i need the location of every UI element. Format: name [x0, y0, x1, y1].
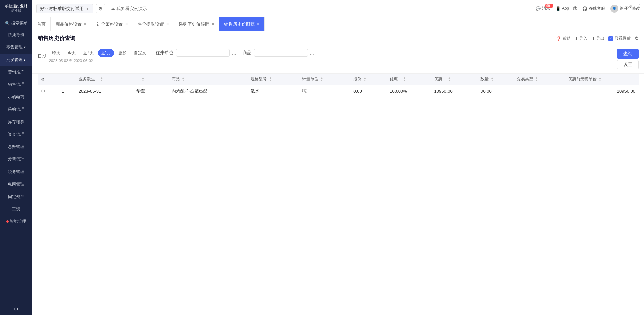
- app-name-line2: 标准版: [11, 9, 21, 13]
- export-icon: ⬆: [592, 36, 595, 41]
- version-selector[interactable]: 好业财标准版交付试用 ▼: [36, 4, 93, 13]
- import-label: 导入: [579, 36, 587, 41]
- export-label: 导出: [596, 36, 604, 41]
- app-download-button[interactable]: 📱 App下载: [556, 6, 577, 11]
- row-gear-icon[interactable]: ⚙: [41, 88, 45, 94]
- row-quote-cell: 0.00: [350, 85, 386, 97]
- sidebar-item-accounting[interactable]: 总账管理: [0, 141, 32, 153]
- tab-sale-history[interactable]: 销售历史价跟踪 ✕: [219, 18, 265, 31]
- col-gear[interactable]: ⚙: [38, 74, 58, 85]
- tab-sale-history-close[interactable]: ✕: [257, 22, 260, 26]
- sidebar-item-inventory[interactable]: 库存核算: [0, 116, 32, 128]
- sidebar-search-label: 搜索菜单: [11, 20, 28, 26]
- maximize-window-button[interactable]: ⛶: [635, 3, 640, 9]
- only-last-checkbox-label[interactable]: ✓ 只看最后一次: [608, 36, 639, 41]
- row-unit-cell: 吨: [299, 85, 350, 97]
- tab-product-price[interactable]: 商品价格设置 ✕: [51, 18, 92, 31]
- sidebar-item-ecommerce-small[interactable]: 小畅电商: [0, 91, 32, 103]
- table-row[interactable]: ⚙ 1 2023-05-31 华查... 丙烯酸-2-乙基己酯 散水 吨 0.0…: [38, 85, 639, 97]
- import-button[interactable]: ⬇ 导入: [575, 36, 587, 41]
- sidebar-item-invoice[interactable]: 发票管理: [0, 153, 32, 166]
- col-tx-type[interactable]: 交易类型 ▲ ▼: [513, 74, 565, 85]
- col-spec[interactable]: 规格型号 ▲ ▼: [247, 74, 299, 85]
- row-biz-date-cell: 2023-05-31: [75, 85, 133, 97]
- date-options: 昨天 今天 近7天 近1月 更多 自定义: [49, 49, 149, 57]
- page-container: 销售历史价查询 ❓ 帮助 ⬇ 导入 ⬆ 导出 ✓: [32, 31, 644, 315]
- app-logo: 畅捷通好业财 标准版: [0, 0, 32, 18]
- tab-purchase-strategy[interactable]: 进价策略设置 ✕: [92, 18, 133, 31]
- tab-sale-extract-label: 售价提取设置: [138, 21, 164, 27]
- sidebar-item-sales[interactable]: 销售管理: [0, 78, 32, 91]
- date-last1m-btn[interactable]: 近1月: [98, 49, 114, 57]
- window-controls: ✕ ⛶: [624, 0, 644, 12]
- tab-sale-extract-close[interactable]: ✕: [166, 22, 169, 26]
- product-input-group: ...: [254, 49, 314, 57]
- product-input[interactable]: [254, 49, 308, 57]
- tab-sale-extract[interactable]: 售价提取设置 ✕: [133, 18, 174, 31]
- sidebar-search[interactable]: 🔍 搜索菜单: [0, 18, 32, 29]
- sidebar-item-finance[interactable]: 资金管理: [0, 128, 32, 141]
- col-unit[interactable]: 计量单位 ▲ ▼: [299, 74, 350, 85]
- source-unit-input-group: ...: [176, 49, 236, 57]
- setting-button[interactable]: 设置: [617, 60, 639, 69]
- col-qty[interactable]: 数量 ▲ ▼: [477, 74, 513, 85]
- row-discount2-cell: 10950.00: [431, 85, 477, 97]
- message-badge: 99+: [545, 4, 553, 8]
- tab-purchase-history-close[interactable]: ✕: [211, 22, 214, 26]
- help-button[interactable]: ❓ 帮助: [556, 36, 571, 41]
- message-button[interactable]: 💬 消息 99+: [536, 6, 550, 11]
- row-gear-cell[interactable]: ⚙: [38, 85, 58, 97]
- sidebar-item-smart[interactable]: 智能管理: [0, 215, 32, 228]
- col-discount2[interactable]: 优惠... ▲ ▼: [431, 74, 477, 85]
- sidebar-item-assets[interactable]: 固定资产: [0, 190, 32, 203]
- tab-purchase-strategy-close[interactable]: ✕: [125, 22, 128, 26]
- col-product[interactable]: 商品 ▲ ▼: [168, 74, 247, 85]
- filter-actions: 查询 设置: [617, 49, 639, 69]
- col-seq: [58, 74, 75, 85]
- sidebar-item-marketing[interactable]: 营销推广: [0, 66, 32, 78]
- sidebar-item-quick-nav[interactable]: 快捷导航: [0, 29, 32, 41]
- sidebar-item-payroll[interactable]: 工资: [0, 203, 32, 215]
- col-extra[interactable]: ... ▲ ▼: [133, 74, 168, 85]
- row-discount1-cell: 100.00%: [386, 85, 431, 97]
- date-today-btn[interactable]: 今天: [65, 49, 79, 57]
- table-header-row: ⚙ 业务发生... ▲ ▼ ...: [38, 74, 639, 85]
- topbar-gear-button[interactable]: ⚙: [96, 4, 105, 13]
- source-unit-input[interactable]: [176, 49, 230, 57]
- close-window-button[interactable]: ✕: [629, 3, 633, 9]
- app-download-label: App下载: [562, 6, 577, 11]
- sidebar-item-wholesale[interactable]: 批发管理 ▲: [0, 54, 32, 66]
- query-button[interactable]: 查询: [617, 49, 639, 59]
- sidebar-item-ecommerce[interactable]: 电商管理: [0, 178, 32, 190]
- col-biz-date[interactable]: 业务发生... ▲ ▼: [75, 74, 133, 85]
- smart-dot: [6, 220, 9, 223]
- sidebar-item-retail[interactable]: 零售管理 ▼: [0, 41, 32, 54]
- service-button[interactable]: 🎧 在线客服: [582, 6, 605, 11]
- service-icon: 🎧: [582, 6, 587, 11]
- demo-link[interactable]: ☁ 我要看实例演示: [111, 6, 147, 12]
- date-last7-btn[interactable]: 近7天: [80, 49, 97, 57]
- export-button[interactable]: ⬆ 导出: [592, 36, 604, 41]
- col-quote[interactable]: 报价 ▲ ▼: [350, 74, 386, 85]
- source-unit-dots-btn[interactable]: ...: [232, 50, 236, 56]
- date-more-btn[interactable]: 更多: [115, 49, 130, 57]
- product-dots-btn[interactable]: ...: [310, 50, 314, 56]
- sidebar-item-purchase[interactable]: 采购管理: [0, 103, 32, 116]
- sidebar-settings-button[interactable]: ⚙: [0, 303, 32, 315]
- tab-purchase-history[interactable]: 采购历史价跟踪 ✕: [174, 18, 219, 31]
- page-header: 销售历史价查询 ❓ 帮助 ⬇ 导入 ⬆ 导出 ✓: [32, 31, 644, 45]
- tab-product-price-close[interactable]: ✕: [84, 22, 87, 26]
- tab-home-label: 首页: [37, 21, 46, 27]
- sidebar-item-tax[interactable]: 税务管理: [0, 166, 32, 178]
- col-discount1[interactable]: 优惠... ▲ ▼: [386, 74, 431, 85]
- only-last-checkbox[interactable]: ✓: [608, 36, 613, 41]
- col-pretax-price[interactable]: 优惠前无税单价 ▲ ▼: [565, 74, 639, 85]
- date-custom-btn[interactable]: 自定义: [131, 49, 149, 57]
- results-table: ⚙ 业务发生... ▲ ▼ ...: [38, 74, 639, 97]
- app-download-icon: 📱: [556, 6, 561, 11]
- row-tx-type-cell: [513, 85, 565, 97]
- tab-home[interactable]: 首页: [32, 18, 51, 31]
- date-yesterday-btn[interactable]: 昨天: [49, 49, 63, 57]
- version-selector-text: 好业财标准版交付试用: [40, 6, 84, 12]
- tabbar: 首页 商品价格设置 ✕ 进价策略设置 ✕ 售价提取设置 ✕ 采购历史价跟踪 ✕ …: [32, 18, 644, 31]
